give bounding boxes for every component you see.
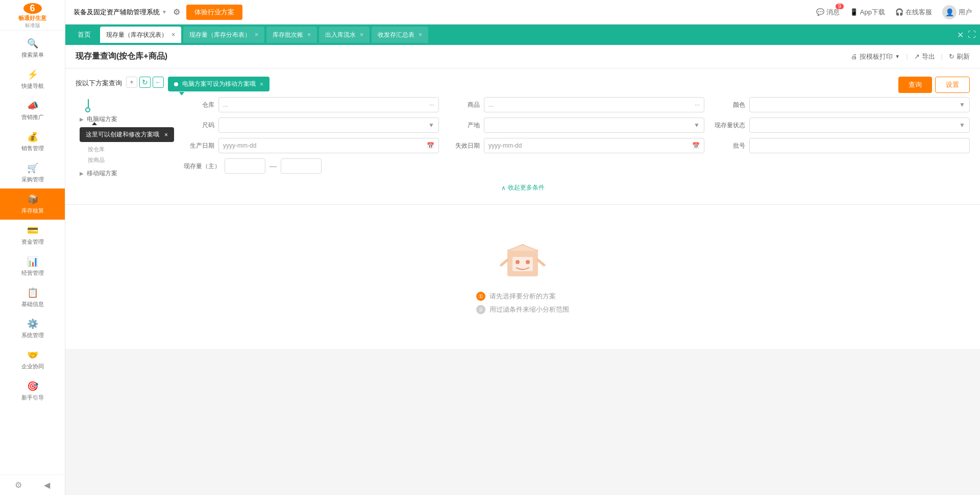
system-title[interactable]: 装备及固定资产辅助管理系统 ▼ [74, 8, 167, 17]
stock-status-input[interactable]: ▼ [749, 117, 970, 133]
online-support-label: 在线客服 [905, 8, 932, 17]
tab-inventory-batch[interactable]: 库存批次账 × [266, 27, 317, 43]
sidebar-item-inventory[interactable]: 📦 库存核算 [0, 188, 65, 220]
tab-receive-summary[interactable]: 收发存汇总表 × [372, 27, 428, 43]
chevron-up-icon: ∧ [501, 184, 506, 192]
handshake-icon: 🤝 [27, 349, 38, 361]
print-button[interactable]: 🖨 按模板打印 ▼ [851, 52, 900, 61]
scheme-popup[interactable]: 电脑方案可设为移动方案哦 × [168, 77, 270, 91]
tab-close-icon[interactable]: × [172, 31, 175, 38]
dots-icon: ··· [695, 101, 700, 108]
page-header: 现存量查询(按仓库+商品) 🖨 按模板打印 ▼ | ↗ 导出 | ↻ 刷新 [65, 45, 980, 68]
collapse-bar[interactable]: ∧ 收起更多条件 [76, 179, 970, 196]
tree-item-mobile[interactable]: ▶ 移动端方案 [80, 168, 178, 179]
goods-label: 商品 [449, 101, 480, 109]
system-title-text: 装备及固定资产辅助管理系统 [74, 8, 160, 17]
sidebar-item-guide[interactable]: 🎯 新手引导 [0, 375, 65, 407]
svg-point-2 [516, 260, 520, 264]
app-download-item[interactable]: 📱 App下载 [850, 8, 885, 17]
main-content: 装备及固定资产辅助管理系统 ▼ ⚙ 体验行业方案 💬 消息 9 📱 App下载 … [65, 0, 980, 495]
tree-sub-items: 按仓库 按商品 [88, 144, 178, 166]
user-label: 用户 [959, 8, 972, 17]
settings-bottom-icon[interactable]: ⚙ [15, 480, 22, 490]
sidebar-item-search[interactable]: 🔍 搜索菜单 [0, 33, 65, 64]
warehouse-input[interactable]: ... ··· [218, 97, 439, 112]
collapse-sidebar-icon[interactable]: ◀ [44, 480, 50, 490]
filter-row-2: 尺码 ▼ 产地 ▼ [184, 117, 970, 133]
sidebar-item-quick[interactable]: ⚡ 快捷导航 [0, 64, 65, 95]
sidebar-item-marketing[interactable]: 📣 营销推广 [0, 95, 65, 126]
tooltip-close[interactable]: × [164, 131, 168, 138]
tab-close-icon[interactable]: × [255, 31, 258, 38]
person-icon: 👤 [945, 8, 954, 16]
goods-placeholder: ... [488, 101, 494, 108]
sidebar-item-label: 营销推广 [21, 113, 44, 121]
filter-field-goods: 商品 ... ··· [449, 97, 704, 112]
sidebar-item-system[interactable]: ⚙️ 系统管理 [0, 313, 65, 344]
chevron-down-icon: ▼ [694, 122, 700, 129]
content-area: ① 请先选择要分析的方案 ② 用过滤条件来缩小分析范围 [65, 205, 980, 349]
production-date-input[interactable]: yyyy-mm-dd 📅 [218, 138, 439, 153]
sidebar-item-finance[interactable]: 💳 资金管理 [0, 220, 65, 251]
scheme-dot [174, 82, 178, 86]
print-icon: 🖨 [851, 53, 857, 60]
money-icon: 💰 [27, 131, 38, 143]
expiry-date-placeholder: yyyy-mm-dd [488, 142, 522, 149]
filter-main-row: ▶ 电脑端方案 这里可以创建和修改方案哦 × [76, 97, 970, 179]
tree-item-by-warehouse[interactable]: 按仓库 [88, 144, 178, 155]
sidebar-item-enterprise[interactable]: 🤝 企业协同 [0, 344, 65, 375]
back-scheme-button[interactable]: ← [153, 77, 164, 88]
online-support-item[interactable]: 🎧 在线客服 [895, 8, 932, 17]
page-area: 现存量查询(按仓库+商品) 🖨 按模板打印 ▼ | ↗ 导出 | ↻ 刷新 [65, 45, 980, 495]
trial-button[interactable]: 体验行业方案 [186, 5, 242, 20]
calendar-icon: 📅 [427, 142, 434, 149]
tab-close-icon[interactable]: × [307, 31, 311, 38]
refresh-button[interactable]: ↻ 刷新 [949, 52, 970, 61]
goods-input[interactable]: ... ··· [484, 97, 704, 112]
tab-home[interactable]: 首页 [69, 25, 99, 45]
refresh-icon: ↻ [949, 53, 954, 60]
search-icon: 🔍 [27, 38, 38, 49]
popup-arrow [179, 92, 184, 96]
origin-input[interactable]: ▼ [484, 117, 704, 133]
stock-status-label: 现存量状态 [715, 121, 745, 130]
tooltip-wrapper: 这里可以创建和修改方案哦 × [80, 125, 178, 142]
query-button[interactable]: 查询 [898, 77, 932, 93]
tab-inventory-status[interactable]: 现存量（库存状况表） × [100, 27, 181, 43]
color-input[interactable]: ▼ [749, 97, 970, 112]
sidebar-item-basic[interactable]: 📋 基础信息 [0, 282, 65, 313]
tab-inout-flow[interactable]: 出入库流水 × [319, 27, 370, 43]
message-item[interactable]: 💬 消息 9 [816, 8, 840, 17]
add-scheme-button[interactable]: + [126, 77, 137, 88]
cart-icon: 🛒 [27, 162, 38, 174]
batch-input[interactable] [749, 138, 970, 153]
user-item[interactable]: 👤 用户 [942, 5, 972, 19]
sidebar-nav: 🔍 搜索菜单 ⚡ 快捷导航 📣 营销推广 💰 销售管理 🛒 采购管理 📦 库存核… [0, 31, 65, 475]
setting-button[interactable]: 设置 [935, 77, 970, 93]
size-input[interactable]: ▼ [218, 117, 439, 133]
chevron-down-icon: ▼ [428, 122, 434, 129]
stock-min-input[interactable] [225, 158, 265, 174]
sidebar-item-label: 采购管理 [21, 176, 44, 183]
scheme-popup-close[interactable]: × [260, 81, 263, 88]
tab-bar: 首页 现存量（库存状况表） × 现存量（库存分布表） × 库存批次账 × 出入库… [65, 25, 980, 45]
sidebar-item-label: 销售管理 [21, 145, 44, 152]
tree-item-by-goods[interactable]: 按商品 [88, 155, 178, 166]
chart-icon: 📊 [27, 256, 38, 267]
close-all-tabs-icon[interactable]: ✕ [957, 30, 964, 40]
tab-close-icon[interactable]: × [419, 31, 422, 38]
export-button[interactable]: ↗ 导出 [914, 52, 935, 61]
tab-close-icon[interactable]: × [360, 31, 363, 38]
refresh-scheme-button[interactable]: ↻ [139, 77, 151, 88]
fullscreen-icon[interactable]: ⛶ [968, 30, 976, 39]
stock-max-input[interactable] [281, 158, 322, 174]
sidebar-item-operations[interactable]: 📊 经营管理 [0, 251, 65, 282]
sidebar-item-label: 搜索菜单 [21, 51, 44, 59]
filter-field-origin: 产地 ▼ [449, 117, 704, 133]
sidebar-item-purchase[interactable]: 🛒 采购管理 [0, 157, 65, 188]
sidebar-item-sales[interactable]: 💰 销售管理 [0, 126, 65, 157]
tab-inventory-dist[interactable]: 现存量（库存分布表） × [183, 27, 264, 43]
expiry-date-input[interactable]: yyyy-mm-dd 📅 [484, 138, 704, 153]
phone-icon: 📱 [850, 8, 858, 16]
settings-icon[interactable]: ⚙ [173, 7, 180, 17]
